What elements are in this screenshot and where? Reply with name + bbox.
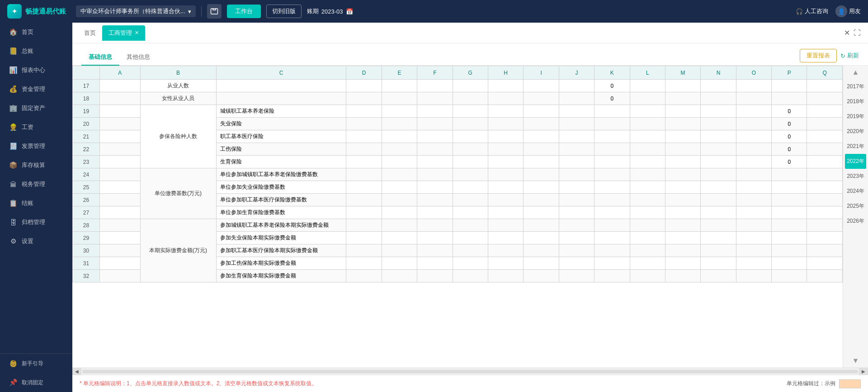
cell-empty[interactable] <box>488 244 523 257</box>
year-down-button[interactable]: ▼ <box>852 357 859 365</box>
cell-empty[interactable] <box>701 168 736 181</box>
sub-tab-1[interactable]: 其他信息 <box>119 49 157 66</box>
cell-empty[interactable] <box>559 118 594 130</box>
cell-empty[interactable] <box>417 257 453 270</box>
cell-empty[interactable] <box>701 181 736 194</box>
cell-empty[interactable] <box>701 80 736 92</box>
company-selector[interactable]: 中审众环会计师事务所（特殊普通合伙... ▾ <box>76 5 196 17</box>
cell-empty[interactable] <box>630 181 665 194</box>
cell-empty[interactable] <box>630 244 665 257</box>
sidebar-item-1[interactable]: 📒总账 <box>0 42 72 61</box>
cell-empty[interactable] <box>630 219 665 232</box>
sidebar-bottom-item-1[interactable]: 📌取消固定 <box>0 373 72 392</box>
cell-empty[interactable] <box>665 244 700 257</box>
cell-empty[interactable] <box>701 194 736 206</box>
cell-empty[interactable] <box>559 219 594 232</box>
cell-empty[interactable] <box>488 92 523 105</box>
year-item[interactable]: 2025年 <box>843 199 868 214</box>
cell-q[interactable] <box>807 156 843 168</box>
cell-empty[interactable] <box>346 168 382 181</box>
cell-empty[interactable] <box>665 206 700 219</box>
cell-empty[interactable] <box>630 143 665 156</box>
cell-empty[interactable] <box>665 232 700 244</box>
cell-empty[interactable] <box>630 194 665 206</box>
cell-a[interactable] <box>100 206 141 219</box>
cell-q[interactable] <box>807 118 843 130</box>
cell-k[interactable] <box>594 244 630 257</box>
cell-empty[interactable] <box>665 105 700 118</box>
cell-empty[interactable] <box>524 168 559 181</box>
cell-empty[interactable] <box>736 92 771 105</box>
cell-empty[interactable] <box>736 219 771 232</box>
hscroll-right-button[interactable]: ▶ <box>859 368 868 375</box>
cell-a[interactable] <box>100 194 141 206</box>
spreadsheet-container[interactable]: ABCDEFGHIJKLMNOPQ 17从业人数018女性从业人员019参保各险… <box>72 66 843 368</box>
cell-empty[interactable] <box>417 232 453 244</box>
year-item[interactable]: 2024年 <box>843 184 868 199</box>
sidebar-item-2[interactable]: 📊报表中心 <box>0 61 72 80</box>
cell-empty[interactable] <box>417 92 453 105</box>
cell-empty[interactable] <box>488 156 523 168</box>
hscroll-track[interactable] <box>82 370 858 373</box>
cell-empty[interactable] <box>559 244 594 257</box>
cell-empty[interactable] <box>701 143 736 156</box>
cell-k[interactable] <box>594 105 630 118</box>
cell-empty[interactable] <box>559 232 594 244</box>
cell-empty[interactable] <box>559 257 594 270</box>
cell-empty[interactable] <box>488 206 523 219</box>
cell-empty[interactable] <box>665 168 700 181</box>
cell-empty[interactable] <box>346 130 382 143</box>
cell-empty[interactable] <box>630 156 665 168</box>
cell-empty[interactable] <box>488 257 523 270</box>
cell-empty[interactable] <box>559 181 594 194</box>
cell-empty[interactable] <box>346 194 382 206</box>
cell-empty[interactable] <box>382 181 417 194</box>
cell-empty[interactable] <box>346 92 382 105</box>
cell-empty[interactable] <box>559 130 594 143</box>
year-item[interactable]: 2018年 <box>843 94 868 109</box>
cell-k[interactable] <box>594 118 630 130</box>
cell-empty[interactable] <box>453 168 488 181</box>
cell-empty[interactable] <box>665 92 700 105</box>
cell-c[interactable]: 参加生育保险本期实际缴费金额 <box>216 270 346 282</box>
cell-k[interactable] <box>594 156 630 168</box>
cell-empty[interactable] <box>701 206 736 219</box>
cell-c[interactable]: 职工基本医疗保险 <box>216 130 346 143</box>
sidebar-item-8[interactable]: 🏛税务管理 <box>0 175 72 194</box>
cell-empty[interactable] <box>630 130 665 143</box>
cell-k[interactable] <box>594 143 630 156</box>
cell-empty[interactable] <box>524 257 559 270</box>
cell-empty[interactable] <box>736 257 771 270</box>
cell-empty[interactable] <box>346 143 382 156</box>
cell-empty[interactable] <box>453 244 488 257</box>
year-item[interactable]: 2021年 <box>843 139 868 154</box>
cell-empty[interactable] <box>453 219 488 232</box>
cell-k[interactable] <box>594 257 630 270</box>
cell-empty[interactable] <box>559 206 594 219</box>
cell-empty[interactable] <box>701 130 736 143</box>
cell-k[interactable] <box>594 130 630 143</box>
cell-empty[interactable] <box>736 105 771 118</box>
cell-a[interactable] <box>100 181 141 194</box>
cell-empty[interactable] <box>346 270 382 282</box>
cell-empty[interactable] <box>524 118 559 130</box>
cell-c[interactable]: 单位参加生育保险缴费基数 <box>216 206 346 219</box>
cell-empty[interactable] <box>665 143 700 156</box>
cell-empty[interactable] <box>736 181 771 194</box>
cell-empty[interactable] <box>701 92 736 105</box>
cell-empty[interactable] <box>453 232 488 244</box>
cell-empty[interactable] <box>453 80 488 92</box>
sidebar-item-11[interactable]: ⚙设置 <box>0 232 72 251</box>
cell-empty[interactable] <box>524 130 559 143</box>
switch-version-button[interactable]: 切到旧版 <box>266 5 302 18</box>
sidebar-item-0[interactable]: 🏠首页 <box>0 23 72 42</box>
cell-empty[interactable] <box>524 232 559 244</box>
cell-empty[interactable] <box>736 244 771 257</box>
cell-empty[interactable] <box>524 181 559 194</box>
cell-empty[interactable] <box>630 257 665 270</box>
cell-c[interactable]: 生育保险 <box>216 156 346 168</box>
cell-empty[interactable] <box>736 232 771 244</box>
cell-c[interactable] <box>216 92 346 105</box>
cell-k[interactable] <box>594 168 630 181</box>
cell-empty[interactable] <box>417 194 453 206</box>
